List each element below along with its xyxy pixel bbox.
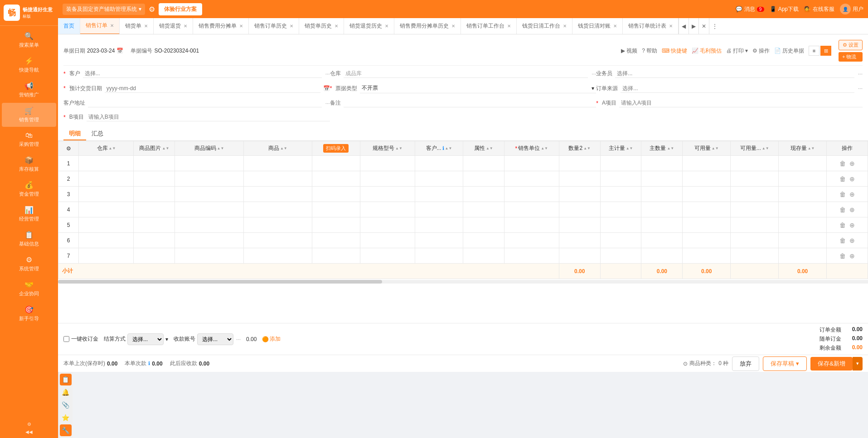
sidebar-item-finance[interactable]: 💰 资金管理 — [2, 177, 56, 201]
sidebar-item-sales[interactable]: 🛒 销售管理 — [2, 103, 56, 127]
tab-fee-history-close[interactable]: ✕ — [451, 24, 455, 29]
tab-sales-fee-history[interactable]: 销售费用分摊单历史 ✕ — [394, 18, 461, 34]
ticket-type-select[interactable]: 不开票 ▾ — [360, 83, 596, 93]
messages-btn[interactable]: 💬 消息 9 — [736, 5, 764, 13]
account-select[interactable]: 选择... — [197, 333, 233, 345]
tab-order-history-close[interactable]: ✕ — [290, 24, 293, 29]
th-sales-unit[interactable]: * 销售单位 ▲▼ — [504, 141, 559, 156]
tab-detail[interactable]: 明细 — [63, 128, 86, 140]
save-new-dropdown-btn[interactable]: ▾ — [853, 357, 863, 371]
sidebar-item-guide[interactable]: 🎯 新手引导 — [2, 302, 56, 326]
right-panel-icon-1[interactable]: 📋 — [60, 374, 72, 385]
row-delete-icon-2[interactable]: 🗑 — [839, 175, 846, 183]
order-source-input[interactable] — [621, 84, 854, 93]
row-delete-icon-7[interactable]: 🗑 — [839, 252, 846, 260]
customer-input[interactable] — [83, 69, 322, 78]
tab-sales-return-close[interactable]: ✕ — [144, 24, 148, 29]
tab-cash-account-close[interactable]: ✕ — [613, 24, 617, 29]
tab-close-all-btn[interactable]: ✕ — [698, 18, 709, 34]
salesperson-input[interactable] — [615, 69, 854, 78]
history-orders-btn[interactable]: 📄 历史单据 — [774, 47, 804, 55]
tab-summary-close[interactable]: ✕ — [669, 24, 673, 29]
th-customer-code[interactable]: 客户... ℹ ▲▼ — [415, 141, 463, 156]
payment-method-select[interactable]: 选择... — [127, 333, 164, 345]
view-video-btn[interactable]: ▶ 视频 — [621, 47, 637, 55]
tab-sales-refund-history[interactable]: 销货退货历史 ✕ — [344, 18, 394, 34]
order-source-dots[interactable]: ··· — [858, 85, 863, 91]
industry-btn[interactable]: 体验行业方案 — [159, 3, 202, 15]
tab-sales-return-history[interactable]: 销货单历史 ✕ — [299, 18, 344, 34]
tab-sales-return[interactable]: 销货单 ✕ — [120, 18, 154, 34]
help-btn[interactable]: ? 帮助 — [642, 47, 657, 55]
grid-view-btn[interactable]: ⊞ — [820, 46, 831, 56]
date-picker-icon[interactable]: 📅 — [116, 48, 123, 54]
th-qty2[interactable]: 数量2 ▲▼ — [559, 141, 600, 156]
one-key-checkout-check[interactable]: 一键收订金 — [63, 335, 98, 343]
row-copy-icon-2[interactable]: ⊕ — [849, 175, 855, 183]
sidebar-item-basic-info[interactable]: 📋 基础信息 — [2, 227, 56, 251]
right-panel-icon-3[interactable]: 📎 — [60, 399, 72, 411]
tab-menu-btn[interactable]: ⋮ — [709, 18, 720, 34]
th-attr[interactable]: 属性 ▲▼ — [463, 141, 504, 156]
scrollbar-thumb[interactable] — [58, 280, 382, 284]
sidebar-item-enterprise[interactable]: 🤝 企业协同 — [2, 277, 56, 301]
sidebar-item-marketing[interactable]: 📢 营销推广 — [2, 78, 56, 102]
tab-sales-refund-close[interactable]: ✕ — [184, 24, 187, 29]
tab-sales-summary[interactable]: 销售订单统计表 ✕ — [623, 18, 679, 34]
sidebar-collapse-btn[interactable]: ◀◀ — [25, 429, 33, 434]
save-new-btn[interactable]: 保存&新增 — [810, 357, 853, 371]
tab-cash-workbench-close[interactable]: ✕ — [563, 24, 567, 29]
tab-sales-refund[interactable]: 销货退货 ✕ — [154, 18, 193, 34]
add-logistics-btn[interactable]: + 物流 — [839, 52, 863, 62]
sidebar-item-purchase[interactable]: 🛍 采购管理 — [2, 128, 56, 151]
row-delete-icon-3[interactable]: 🗑 — [839, 191, 846, 198]
one-key-checkout-checkbox[interactable] — [63, 336, 69, 342]
list-view-btn[interactable]: ≡ — [809, 46, 820, 56]
tab-prev-btn[interactable]: ◀ — [679, 18, 689, 34]
operations-btn[interactable]: ⚙ 操作 — [752, 47, 770, 55]
row-copy-icon-7[interactable]: ⊕ — [849, 252, 855, 260]
sidebar-item-search[interactable]: 🔍 搜索菜单 — [2, 28, 56, 52]
salesperson-dots[interactable]: ··· — [858, 71, 863, 77]
customer-code-info-icon[interactable]: ℹ — [442, 145, 444, 151]
th-stock[interactable]: 现存量 ▲▼ — [779, 141, 827, 156]
tab-summary[interactable]: 汇总 — [86, 128, 109, 140]
th-settings[interactable]: ⚙ — [58, 141, 79, 156]
add-payment-btn[interactable]: 🟠 添加 — [262, 335, 281, 343]
horizontal-scrollbar[interactable] — [58, 280, 868, 284]
th-avail2[interactable]: 可用量... ▲▼ — [731, 141, 779, 156]
customer-address-input[interactable] — [88, 99, 322, 107]
th-main-qty[interactable]: 主数量 ▲▼ — [641, 141, 683, 156]
this-order-info-icon[interactable]: ℹ — [148, 361, 150, 366]
row-copy-icon-4[interactable]: ⊕ — [849, 206, 855, 213]
tab-sales-order-close[interactable]: ✕ — [110, 23, 114, 28]
tab-sales-order-history[interactable]: 销售订单历史 ✕ — [249, 18, 299, 34]
right-panel-icon-2[interactable]: 🔔 — [60, 386, 72, 398]
sidebar-item-inventory[interactable]: 📦 库存核算 — [2, 152, 56, 176]
tab-sales-order[interactable]: 销售订单 ✕ — [80, 18, 120, 34]
tab-cash-daily-workbench[interactable]: 钱货日清工作台 ✕ — [517, 18, 572, 34]
warehouse-dots[interactable]: ··· — [592, 71, 596, 77]
customer-dots[interactable]: ··· — [325, 71, 330, 77]
address-dots[interactable]: ··· — [325, 100, 330, 106]
account-dots[interactable]: ··· — [236, 336, 241, 342]
th-product[interactable]: 商品 ▲▼ — [243, 141, 312, 156]
th-product-img[interactable]: 商品图片 ▲▼ — [134, 141, 175, 156]
th-avail[interactable]: 可用量 ▲▼ — [683, 141, 731, 156]
settings-btn[interactable]: ⚙ 设置 — [839, 40, 863, 50]
delivery-date-input[interactable] — [105, 84, 320, 93]
tab-next-btn[interactable]: ▶ — [689, 18, 698, 34]
sidebar-item-operations[interactable]: 📊 经营管理 — [2, 202, 56, 226]
shortcuts-btn[interactable]: ⌨ 快捷键 — [662, 47, 687, 55]
notes-input[interactable] — [344, 99, 596, 107]
tab-return-history-close[interactable]: ✕ — [335, 24, 338, 29]
b-project-input[interactable] — [87, 113, 330, 121]
th-warehouse[interactable]: 仓库 ▲▼ — [79, 141, 134, 156]
sidebar-item-quick-nav[interactable]: ⚡ 快捷导航 — [2, 53, 56, 77]
th-main-unit[interactable]: 主计量 ▲▼ — [600, 141, 641, 156]
right-panel-icon-5[interactable]: 🔧 — [60, 424, 72, 436]
settings-gear-btn[interactable]: ⚙ — [149, 5, 155, 14]
th-product-code[interactable]: 商品编码 ▲▼ — [175, 141, 243, 156]
app-selector[interactable]: 装备及固定资产辅助管理系统 ▾ — [63, 4, 145, 15]
row-delete-icon-6[interactable]: 🗑 — [839, 237, 846, 244]
